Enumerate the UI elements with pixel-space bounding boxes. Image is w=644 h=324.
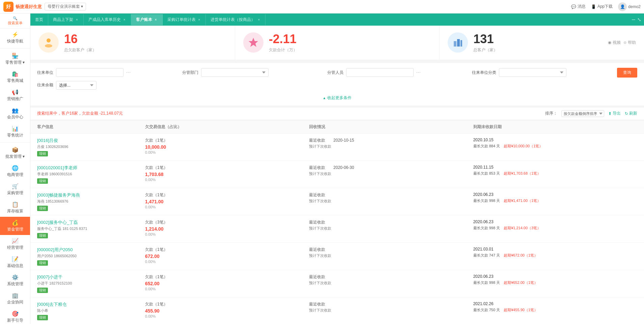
sidebar-search[interactable]: 🔍 搜索菜单 bbox=[0, 13, 30, 29]
refresh-btn[interactable]: ↻ 刷新 bbox=[625, 111, 637, 116]
overdue-link-1[interactable]: 超期¥10,000.00（1笔） bbox=[504, 144, 543, 148]
sidebar-item-retail-stats[interactable]: 📊 零售统计 bbox=[0, 123, 30, 141]
dept-select[interactable] bbox=[201, 68, 269, 77]
store-selector[interactable]: 母婴行业演示账套 ▾ bbox=[45, 3, 86, 10]
tab-purchase-order[interactable]: 采购订单统计表 × bbox=[163, 14, 206, 25]
sidebar-item-ecommerce[interactable]: 🌐 电商管理 bbox=[0, 162, 30, 180]
source-unit-input[interactable] bbox=[56, 68, 123, 77]
video-help-btn[interactable]: ◉ 视频 bbox=[608, 40, 620, 46]
unit-class-select[interactable] bbox=[499, 68, 566, 77]
tab-close-product-history[interactable]: × bbox=[123, 18, 126, 22]
tab-customer-account[interactable]: 客户账本 × bbox=[131, 14, 163, 25]
customer-name-2[interactable]: [0001020001]李老师 bbox=[37, 165, 77, 170]
filter-area: 往来单位 ··· 分管部门 分管人员 bbox=[30, 63, 644, 106]
customer-name-6[interactable]: [0007]小进干 bbox=[37, 274, 62, 279]
overdue-link-3[interactable]: 超期¥1,471.00（1笔） bbox=[504, 199, 541, 203]
tab-close-purchase-stats[interactable]: × bbox=[257, 18, 260, 22]
sidebar-item-batch-mgmt[interactable]: 📦 批发管理 ▾ bbox=[0, 144, 30, 162]
refresh-icon: ↻ bbox=[625, 111, 628, 116]
debt-amount-1[interactable]: 10,000.00 bbox=[145, 144, 166, 150]
tab-product-listing[interactable]: 商品上下架 × bbox=[48, 14, 84, 25]
data-table: 客户信息 欠交易信息（占比） 回收情况 到期未收款日期 [0016]吕俊 吕俊 … bbox=[30, 121, 644, 324]
collapse-filter-btn[interactable]: ▲ 收起更多条件 bbox=[37, 93, 637, 104]
stat-info-debt: -2.11 欠款合计（万） bbox=[269, 32, 297, 53]
col-header-recovery: 回收情况 bbox=[309, 124, 473, 130]
sidebar-item-marketing[interactable]: 📢 营销推广 bbox=[0, 86, 30, 105]
sidebar-item-newbie[interactable]: 🎯 新手引导 bbox=[0, 308, 30, 324]
debt-amount-7[interactable]: 455.90 bbox=[145, 308, 160, 314]
debt-info-1: 欠款（1笔） 10,000.00 0.00% bbox=[145, 138, 309, 154]
balance-select[interactable]: 选择... bbox=[56, 81, 96, 90]
tab-close-customer-account[interactable]: × bbox=[154, 18, 158, 22]
customer-name-1[interactable]: [0016]吕俊 bbox=[37, 138, 58, 143]
sidebar-item-inventory[interactable]: 📋 库存核算 bbox=[0, 199, 30, 217]
sidebar-item-purchase[interactable]: 🛒 采购管理 bbox=[0, 180, 30, 199]
svg-marker-2 bbox=[249, 38, 258, 47]
person-dots[interactable]: ··· bbox=[416, 69, 421, 76]
overdue-link-6[interactable]: 超期¥652.00（1笔） bbox=[504, 281, 538, 285]
sidebar-item-basic-info[interactable]: 📝 基础信息 bbox=[0, 253, 30, 271]
tab-bar: 首页 商品上下架 × 产成品入库单历史 × 客户账本 × 采购订单统计表 × bbox=[30, 13, 644, 26]
customer-name-4[interactable]: [0002]服务中心_丁磊 bbox=[37, 220, 78, 225]
sidebar-item-system[interactable]: ⚙️ 系统管理 bbox=[0, 271, 30, 290]
customer-phone-4: 服务中心_丁磊 181 0125 8371 bbox=[37, 226, 145, 231]
debt-amount-2[interactable]: 1,703.68 bbox=[145, 172, 164, 177]
sidebar-item-retail-mgmt[interactable]: 🏪 零售管理 ▾ bbox=[0, 50, 30, 68]
sidebar-item-member[interactable]: 👥 会员中心 bbox=[0, 105, 30, 123]
message-btn[interactable]: 💬 消息 bbox=[571, 4, 586, 9]
debt-amount-3[interactable]: 1,471.00 bbox=[145, 199, 164, 204]
maximize-btn[interactable]: ⤡ bbox=[637, 17, 641, 22]
user-menu[interactable]: 👤 demo2 bbox=[618, 2, 641, 11]
customer-info-5: [000002]用户2050 用户2050 18665062050 现销 bbox=[37, 247, 145, 266]
sidebar-item-finance[interactable]: 💰 资金管理 bbox=[0, 217, 30, 235]
tab-home[interactable]: 首页 bbox=[30, 14, 48, 25]
search-icon: 🔍 bbox=[2, 16, 28, 21]
sidebar-item-quick-nav[interactable]: ⚡ 快捷导航 bbox=[0, 29, 30, 47]
logo-icon: 好 bbox=[3, 2, 13, 12]
tab-purchase-stats[interactable]: 进货单统计表（按商品） × bbox=[206, 14, 265, 25]
overdue-link-5[interactable]: 超期¥672.00（1笔） bbox=[504, 253, 538, 257]
dept-label: 分管部门 bbox=[182, 70, 198, 76]
tab-close-purchase-order[interactable]: × bbox=[198, 18, 201, 22]
filter-balance: 往来余额 选择... bbox=[37, 81, 637, 90]
overdue-link-2[interactable]: 超期¥1,703.68（1笔） bbox=[504, 171, 541, 175]
svg-point-1 bbox=[45, 44, 52, 48]
tab-product-history[interactable]: 产成品入库单历史 × bbox=[84, 14, 131, 25]
help-btn[interactable]: ⊙ 帮助 bbox=[623, 40, 636, 46]
sort-select[interactable]: 按欠款金额倒序排序 bbox=[561, 110, 604, 117]
customer-name-7[interactable]: [0006]去下粮仓 bbox=[37, 302, 67, 307]
overdue-info-3: 2020.06.23 最长欠款 998 天 超期¥1,471.00（1笔） bbox=[473, 192, 637, 203]
debt-amount-4[interactable]: 1,214.00 bbox=[145, 226, 164, 232]
app-download-btn[interactable]: 📱 App下载 bbox=[591, 4, 613, 9]
debt-info-5: 欠款（1笔） 672.00 0.00% bbox=[145, 247, 309, 264]
customer-name-5[interactable]: [000002]用户2050 bbox=[37, 247, 73, 252]
debt-amount-6[interactable]: 652.00 bbox=[145, 281, 160, 286]
customer-name-3[interactable]: [0003]畅捷服务尹海燕 bbox=[37, 193, 80, 198]
table-row: [0006]去下粮仓 陈小希 现销 欠款（1笔） 455.90 0.00% 最近… bbox=[30, 297, 644, 324]
overdue-link-4[interactable]: 超期¥1,214.00（3笔） bbox=[504, 226, 541, 230]
search-button[interactable]: 查询 bbox=[617, 68, 637, 78]
sidebar-item-retail-store[interactable]: 🛍️ 零售商城 bbox=[0, 68, 30, 86]
minimize-btn[interactable]: ─ bbox=[632, 17, 635, 22]
export-btn[interactable]: ⬆ 导出 bbox=[608, 111, 621, 116]
customer-phone-7: 陈小希 bbox=[37, 308, 145, 313]
customer-tag-6: 现销 bbox=[37, 288, 48, 293]
stat-value-total-customers: 131 bbox=[473, 32, 498, 46]
tab-close-product-listing[interactable]: × bbox=[75, 18, 79, 22]
person-input[interactable] bbox=[346, 68, 414, 77]
sidebar-item-operation[interactable]: 📈 经营管理 bbox=[0, 235, 30, 253]
sidebar-item-enterprise[interactable]: 🏢 企业协同 bbox=[0, 290, 30, 308]
stat-icon-debt bbox=[243, 32, 263, 53]
table-row: [0001020001]李老师 李老师 18600391516 现销 欠款（1笔… bbox=[30, 161, 644, 188]
source-unit-dots[interactable]: ··· bbox=[126, 69, 131, 76]
stat-card-right: ◉ 视频 ⊙ 帮助 bbox=[608, 40, 636, 46]
filter-person: 分管人员 ··· bbox=[327, 68, 467, 77]
debt-info-7: 欠款（1笔） 455.90 0.00% bbox=[145, 301, 309, 318]
system-icon: ⚙️ bbox=[1, 274, 29, 281]
page-content: 16 总欠款客户（家） -2.11 欠款合计（万） bbox=[30, 26, 644, 324]
overdue-link-7[interactable]: 超期¥455.90（1笔） bbox=[504, 308, 538, 312]
logo-area: 好 畅捷通好生意 bbox=[3, 2, 42, 12]
debt-amount-5[interactable]: 672.00 bbox=[145, 254, 160, 259]
stat-value-debt-customers: 16 bbox=[64, 32, 96, 46]
stat-label-debt-customers: 总欠款客户（家） bbox=[64, 47, 96, 53]
